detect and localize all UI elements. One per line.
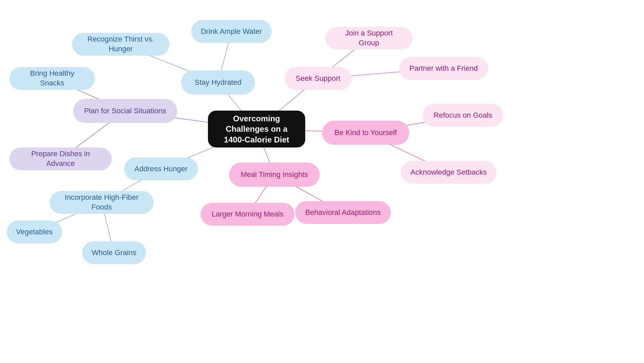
prepare-dishes-node[interactable]: Prepare Dishes in Advance <box>9 147 112 170</box>
address-hunger-node[interactable]: Address Hunger <box>124 158 198 180</box>
stay-hydrated-node[interactable]: Stay Hydrated <box>181 70 255 95</box>
drink-water-node[interactable]: Drink Ample Water <box>191 20 272 43</box>
social-situations-node[interactable]: Plan for Social Situations <box>73 99 177 123</box>
center-node[interactable]: Overcoming Challenges on a 1400-Calorie … <box>208 111 305 147</box>
whole-grains-node[interactable]: Whole Grains <box>82 241 146 264</box>
acknowledge-setbacks-node[interactable]: Acknowledge Setbacks <box>401 161 496 184</box>
larger-morning-node[interactable]: Larger Morning Meals <box>201 203 294 226</box>
vegetables-node[interactable]: Vegetables <box>7 221 62 243</box>
behavioral-node[interactable]: Behavioral Adaptations <box>295 201 391 224</box>
thirst-hunger-node[interactable]: Recognize Thirst vs. Hunger <box>72 33 169 56</box>
bring-snacks-node[interactable]: Bring Healthy Snacks <box>9 67 95 90</box>
partner-friend-node[interactable]: Partner with a Friend <box>399 57 488 80</box>
high-fiber-node[interactable]: Incorporate High-Fiber Foods <box>50 191 154 214</box>
seek-support-node[interactable]: Seek Support <box>284 67 352 90</box>
refocus-goals-node[interactable]: Refocus on Goals <box>423 104 503 127</box>
meal-timing-node[interactable]: Meal Timing Insights <box>229 163 320 187</box>
be-kind-node[interactable]: Be Kind to Yourself <box>322 121 409 145</box>
join-group-node[interactable]: Join a Support Group <box>325 27 413 50</box>
